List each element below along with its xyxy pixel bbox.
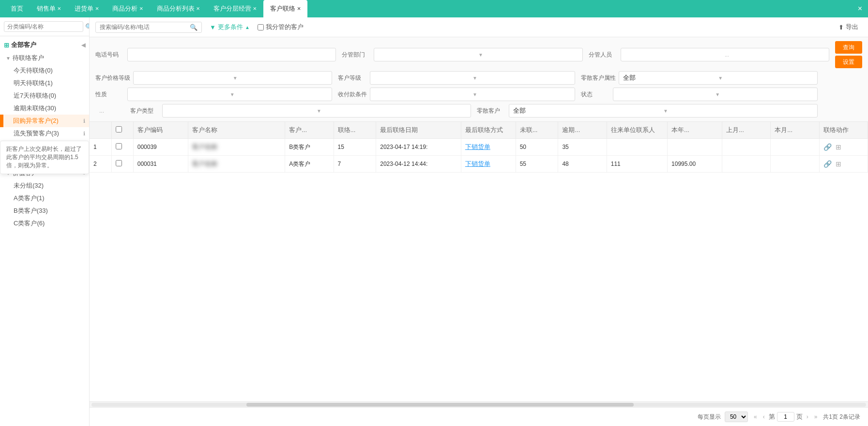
filter-form: 电话号码 分管部门 ▼ 分管人员 ... [90,37,868,122]
more-dots-label[interactable]: ... [95,107,108,114]
next-page-button[interactable]: › [805,412,810,421]
nav-analysis-list[interactable]: 商品分析列表 × [150,0,207,17]
scatter2-select[interactable]: 全部 ▼ [509,104,818,118]
row1-uncontact: 50 [516,139,558,156]
sidebar-unclassified[interactable]: 未分组(32) [0,179,89,192]
sidebar-search-icon[interactable]: 🔍 [85,23,90,30]
price-level-arrow-icon: ▼ [233,75,328,81]
col-header-overdue[interactable]: 逾期... [558,122,607,139]
gender-select[interactable]: ▼ [127,88,332,101]
row2-thismonth [771,156,819,173]
page-nav: « ‹ 第 页 › » [752,412,819,422]
filter-row-4: ... 客户类型 ▼ 零散客户 全部 ▼ [95,104,862,118]
page-number-input[interactable] [777,412,794,422]
row2-uncontact: 55 [516,156,558,173]
row1-lastmonth [722,139,770,156]
sidebar-7days-pending[interactable]: 近7天待联络(0) [0,89,89,102]
cust-type-select[interactable]: ▼ [162,104,471,118]
filter-row-3: 性质 ▼ 收付款条件 ▼ 状态 [95,88,862,101]
nav-customer-contact[interactable]: 客户联络 × [263,0,307,17]
col-header-uncontact[interactable]: 未联... [516,122,558,139]
export-button[interactable]: ⬆ 导出 [835,21,862,33]
settings-button[interactable]: 设置 [835,56,862,68]
table-row: 2 000031 客户名称 A类客户 7 2023-04-12 14:44: 下… [90,156,868,173]
sidebar-c-class[interactable]: C类客户(6) [0,217,89,230]
cust-level-select[interactable]: ▼ [370,71,575,85]
filter-more-button[interactable]: ▼ 更多条件 ▲ [206,21,254,33]
col-header-contacts[interactable]: 往来单位联系人 [607,122,667,139]
dept-select[interactable]: ▼ [374,48,582,61]
col-header-contact[interactable]: 联络... [334,122,376,139]
sidebar-b-class[interactable]: B类客户(33) [0,205,89,217]
sidebar-today-pending[interactable]: 今天待联络(0) [0,64,89,77]
price-level-select[interactable]: ▼ [133,71,332,85]
status-select[interactable]: ▼ [613,88,818,101]
payment-select[interactable]: ▼ [370,88,575,101]
col-header-lastdate[interactable]: 最后联络日期 [376,122,461,139]
chevron-up-icon: ▲ [245,25,250,30]
horizontal-scrollbar[interactable] [90,401,868,407]
row2-link-icon[interactable]: 🔗 [823,160,832,168]
search-input[interactable] [100,24,190,30]
col-header-ctype[interactable]: 客户... [285,122,334,139]
nav-home[interactable]: 首页 [4,0,30,17]
row1-cb [111,139,133,156]
col-header-lastmonth[interactable]: 上月... [722,122,770,139]
sidebar-pending-contact-group[interactable]: ▼ 待联络客户 [0,52,89,64]
col-header-action: 联络动作 [819,122,868,139]
col-header-code[interactable]: 客户编码 [133,122,188,139]
row2-lastway: 下销货单 [461,156,516,173]
col-header-name[interactable]: 客户名称 [188,122,285,139]
col-header-thismonth[interactable]: 本月... [771,122,819,139]
row2-grid-icon[interactable]: ⊞ [836,160,841,168]
main-layout: 🔍 ⊞ 全部客户 ◀ ▼ 待联络客户 今天待联络(0) 明天待联络(1) 近7天… [0,17,868,426]
sidebar-tomorrow-pending[interactable]: 明天待联络(1) [0,77,89,89]
select-all-checkbox[interactable] [116,126,122,132]
first-page-button[interactable]: « [752,412,759,421]
my-customer-checkbox-label[interactable]: 我分管的客户 [258,23,304,31]
last-page-button[interactable]: » [812,412,820,421]
col-header-thisyear[interactable]: 本年... [668,122,722,139]
nav-sales[interactable]: 销售单 × [30,0,68,17]
nav-purchase[interactable]: 进货单 × [68,0,106,17]
sidebar-repurchase-abnormal[interactable]: 回购异常客户(2) ℹ [0,115,89,127]
filter-scatter-attr: 零散客户属性 全部 ▼ [581,71,818,85]
row1-action: 🔗 ⊞ [819,139,868,156]
sidebar-all-customers[interactable]: ⊞ 全部客户 ◀ [0,38,89,52]
sidebar-search-input[interactable] [4,21,83,32]
row2-checkbox[interactable] [116,160,122,166]
status-arrow-icon: ▼ [715,92,813,97]
table-header-row: 客户编码 客户名称 客户... 联络... 最后联络日期 [90,122,868,139]
scrollbar-thumb[interactable] [246,403,634,407]
manager-select[interactable]: ... [621,48,829,61]
row1-lastway-link[interactable]: 下销货单 [465,143,490,150]
per-page-select[interactable]: 50 [725,411,748,422]
nav-analysis[interactable]: 商品分析 × [106,0,150,17]
row1-grid-icon[interactable]: ⊞ [836,143,841,151]
col-header-no [90,122,111,139]
customer-table: 客户编码 客户名称 客户... 联络... 最后联络日期 [90,122,868,173]
nav-customer-tier[interactable]: 客户分层经营 × [207,0,263,17]
prev-page-button[interactable]: ‹ [761,412,767,421]
churn-warning-info-icon: ℹ [83,131,85,137]
toolbar: 🔍 ▼ 更多条件 ▲ 我分管的客户 ⬆ 导出 [90,17,868,37]
sidebar-churn-warning[interactable]: 流失预警客户(3) ℹ [0,127,89,140]
scatter-attr-arrow-icon: ▼ [718,75,813,81]
filter-dept: 分管部门 ▼ [342,48,582,61]
filter-scatter2: 零散客户 全部 ▼ [477,104,818,118]
scatter-attr-select[interactable]: 全部 ▼ [619,71,818,85]
sidebar-overdue-contact[interactable]: 逾期未联络(30) [0,102,89,115]
cust-level-arrow-icon: ▼ [472,75,571,81]
row2-lastway-link[interactable]: 下销货单 [465,160,490,167]
row1-checkbox[interactable] [116,143,122,149]
query-button[interactable]: 查询 [835,41,862,54]
search-icon[interactable]: 🔍 [190,24,198,31]
col-header-lastway[interactable]: 最后联络方式 [461,122,516,139]
sidebar-a-class[interactable]: A类客户(1) [0,192,89,205]
my-customer-checkbox[interactable] [258,24,264,30]
col-header-checkbox [111,122,133,139]
cust-type-arrow-icon: ▼ [317,108,467,114]
close-window-button[interactable]: × [858,4,862,13]
phone-input[interactable] [127,48,336,61]
row1-link-icon[interactable]: 🔗 [823,143,832,151]
